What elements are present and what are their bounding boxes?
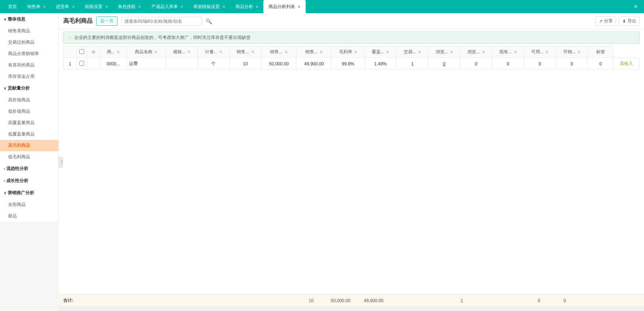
nav-tab-permission[interactable]: 权限设置 × xyxy=(80,0,113,13)
sidebar-item-stock-capital[interactable]: 库存资金占用 xyxy=(0,71,58,82)
footer-spacer4 xyxy=(173,298,203,303)
cell-spec xyxy=(166,58,198,70)
th-code[interactable]: 商... ⇅ xyxy=(100,46,127,58)
page-title: 高毛利商品 xyxy=(63,17,93,25)
arrow-contribution: ∨ xyxy=(4,86,6,90)
cell-transaction[interactable]: 0 xyxy=(428,58,460,70)
footer-cells: 10 50,000.00 49,900.00 1 0 0 xyxy=(137,298,640,303)
arrow-overall: ∨ xyxy=(4,17,6,21)
sidebar-group-trend[interactable]: › 流趋性分析 xyxy=(0,163,58,175)
close-permission-tab[interactable]: × xyxy=(105,4,108,9)
sidebar-collapse-button[interactable]: 《 xyxy=(58,157,63,168)
sidebar-item-in-stock[interactable]: 有库存的商品 xyxy=(0,59,58,71)
cell-available: 0 xyxy=(556,58,588,70)
cell-no: 1 xyxy=(64,58,77,70)
th-current[interactable]: 现有... ⇅ xyxy=(492,46,524,58)
sidebar-item-all-goods[interactable]: 全部商品 xyxy=(0,199,58,210)
th-available[interactable]: 可用... ⇅ xyxy=(524,46,556,58)
close-purchase-tab[interactable]: × xyxy=(72,4,74,9)
sidebar-group-marketing[interactable]: ∨ 营销推广分析 xyxy=(0,187,58,199)
cell-tag: 高收入 xyxy=(614,58,640,70)
sort-icon-code: ⇅ xyxy=(117,50,120,54)
close-sales-tab[interactable]: × xyxy=(43,4,46,9)
th-transaction[interactable]: 交易... ⇅ xyxy=(396,46,428,58)
th-name[interactable]: 商品名称 ⇅ xyxy=(126,46,166,58)
column-settings-icon[interactable]: ⚙ xyxy=(91,50,96,55)
export-icon: ⬇ xyxy=(622,19,626,24)
close-template-tab[interactable]: × xyxy=(223,4,225,9)
sidebar-item-high-value[interactable]: 高价值商品 xyxy=(0,94,58,106)
th-no xyxy=(64,46,77,58)
toolbar-actions: ↗ 分享 ⬇ 导出 xyxy=(596,16,640,26)
main-layout: ∨ 整体信息 销售类商品 交易过的商品 商品分类助销率 有库存的商品 库存资金占… xyxy=(0,13,644,311)
th-sellable[interactable]: 可销... ⇅ xyxy=(556,46,588,58)
close-finished-tab[interactable]: × xyxy=(181,4,183,9)
sidebar-wrapper: ∨ 整体信息 销售类商品 交易过的商品 商品分类助销率 有库存的商品 库存资金占… xyxy=(0,13,59,311)
nav-tab-purchase[interactable]: 进货单 × xyxy=(51,0,79,13)
sidebar-item-new-goods[interactable]: 新品 xyxy=(0,210,58,222)
nav-tab-analysis[interactable]: 商品分析 × xyxy=(230,0,263,13)
nav-tab-sales[interactable]: 销售单 × xyxy=(22,0,51,13)
cell-unit: 个 xyxy=(198,58,230,70)
sort-icon-sales-amt2: ⇅ xyxy=(320,50,323,54)
close-all-button[interactable]: × xyxy=(630,3,641,10)
nav-tab-role[interactable]: 角色授权 × xyxy=(113,0,146,13)
search-input[interactable] xyxy=(121,17,202,26)
th-sales-amt2[interactable]: 销售... ⇅ xyxy=(296,46,332,58)
table-footer: 合计: 10 50,000.00 49,900.00 1 0 0 xyxy=(59,294,644,307)
sidebar-item-high-coverage[interactable]: 高覆盖量商品 xyxy=(0,117,58,129)
table-wrapper: ⚙ 商... ⇅ 商品名称 ⇅ 规格... ⇅ xyxy=(59,46,644,294)
th-tag: 标签 xyxy=(588,46,614,58)
nav-tab-home[interactable]: 首页 xyxy=(3,0,22,13)
info-bar: ☆ 企业的主要的利润都是这部分商品创造的，可考虑加大推广，同时关注库存是不要出现… xyxy=(63,32,640,44)
sort-icon-name: ⇅ xyxy=(154,50,157,54)
sidebar-item-high-margin[interactable]: 高毛利商品 xyxy=(0,140,58,151)
sidebar-group-growth[interactable]: › 成长性分析 xyxy=(0,175,58,187)
sidebar-item-sales-goods[interactable]: 销售类商品 xyxy=(0,25,58,37)
row-checkbox[interactable] xyxy=(79,61,84,66)
cell-checkbox[interactable] xyxy=(77,58,87,70)
sort-icon-current: ⇅ xyxy=(514,50,517,54)
cell-browse1: 0 xyxy=(460,58,492,70)
th-settings[interactable]: ⚙ xyxy=(87,46,100,58)
cell-current: 0 xyxy=(524,58,556,70)
th-unit[interactable]: 计量... ⇅ xyxy=(198,46,230,58)
bottom-scrollbar[interactable] xyxy=(59,307,644,311)
search-icon[interactable]: 🔍 xyxy=(206,18,212,24)
cell-name: 运费 xyxy=(126,58,166,70)
sidebar-group-contribution[interactable]: ∨ 贡献量分析 xyxy=(0,82,58,94)
cell-sales-qty: 10 xyxy=(230,58,262,70)
th-browse2[interactable]: 浏览... ⇅ xyxy=(460,46,492,58)
close-role-tab[interactable]: × xyxy=(138,4,141,9)
select-all-checkbox[interactable] xyxy=(79,49,84,54)
footer-spacer9 xyxy=(420,298,449,303)
arrow-trend: › xyxy=(4,167,5,171)
sidebar-item-low-margin[interactable]: 低毛利商品 xyxy=(0,151,58,163)
sidebar-item-low-coverage[interactable]: 低覆盖量商品 xyxy=(0,129,58,140)
close-analysis-list-tab[interactable]: × xyxy=(298,4,300,9)
sidebar-item-category-rate[interactable]: 商品分类助销率 xyxy=(0,48,58,59)
cell-settings xyxy=(87,58,100,70)
table-row: 1 0000... 运费 个 10 50,000.00 49,900.00 99… xyxy=(64,58,640,70)
nav-tab-finished[interactable]: 产成品入库单 × xyxy=(146,0,188,13)
close-analysis-tab[interactable]: × xyxy=(256,4,258,9)
footer-spacer5 xyxy=(203,298,247,303)
period-month-button[interactable]: 近一月 xyxy=(96,17,118,26)
sidebar-item-traded-goods[interactable]: 交易过的商品 xyxy=(0,37,58,48)
sidebar-group-overall[interactable]: ∨ 整体信息 xyxy=(0,13,58,25)
th-browse1[interactable]: 浏览... ⇅ xyxy=(428,46,460,58)
th-spec[interactable]: 规格... ⇅ xyxy=(166,46,198,58)
footer-spacer3 xyxy=(160,298,173,303)
export-button[interactable]: ⬇ 导出 xyxy=(619,16,640,26)
th-sales-amt[interactable]: 销售... ⇅ xyxy=(261,46,296,58)
sort-icon-browse2: ⇅ xyxy=(482,50,485,54)
share-button[interactable]: ↗ 分享 xyxy=(596,16,616,26)
nav-tab-template[interactable]: 单据模板设置 × xyxy=(188,0,230,13)
th-margin[interactable]: 毛利率 ⇅ xyxy=(331,46,364,58)
transaction-link[interactable]: 0 xyxy=(443,61,446,66)
th-sales-qty[interactable]: 销售... ⇅ xyxy=(230,46,262,58)
th-coverage[interactable]: 覆盖... ⇅ xyxy=(364,46,396,58)
sidebar-item-low-value[interactable]: 低价值商品 xyxy=(0,106,58,117)
cell-code: 0000... xyxy=(100,58,127,70)
nav-tab-analysis-list[interactable]: 商品分析列表 × xyxy=(263,0,305,13)
